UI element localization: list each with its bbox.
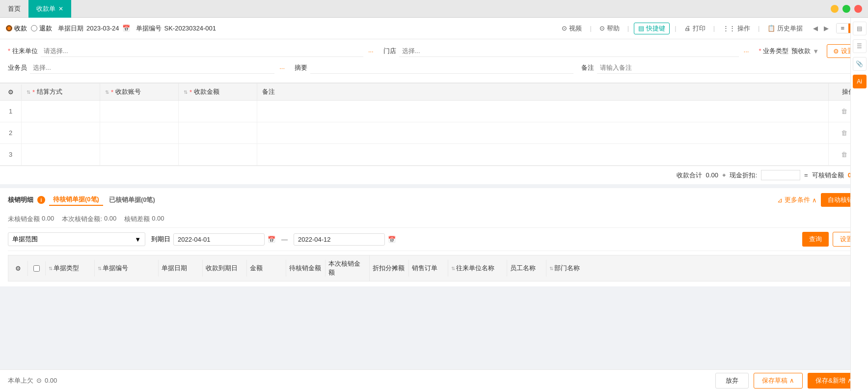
radio-receive[interactable]: 收款 [6,24,27,33]
row-2-delete-icon[interactable]: 🗑 [841,129,847,137]
calendar-icon[interactable]: 📅 [122,25,130,32]
shortcut-icon: ▤ [638,25,644,32]
staff-input[interactable] [30,62,274,74]
range-chevron-down: ▼ [135,236,141,243]
lcol-pending: 待核销金额 [286,260,326,277]
doc-num-field: 单据编号 SK-20230324-001 [136,24,217,33]
biz-type-field: * 业务类型 预收款 ▼ [759,47,819,56]
lcol-settings[interactable]: ⚙ [8,261,28,276]
history-icon: 📋 [767,25,775,32]
draft-btn[interactable]: 保存草稿 ∧ [754,373,803,389]
form-area: * 往来单位 ··· 门店 ··· * 业务类型 预收款 ▼ ⚙ 设置 业务员 … [0,39,868,83]
receipt-type-group: 收款 退款 [6,24,52,33]
col-settings[interactable]: ⚙ [0,84,22,100]
filter-icon: ⊿ [777,196,783,204]
lcol-staff: 员工名称 [507,260,546,277]
discount-input[interactable] [761,170,800,180]
lcol-amount: 金额 [247,260,286,277]
range-select[interactable]: 单据范围 ▼ [8,232,145,246]
select-all-checkbox[interactable] [33,265,40,272]
query-btn[interactable]: 查询 [802,232,829,247]
window-close[interactable] [854,5,862,13]
remark-field: 备注 [581,62,860,74]
window-maximize[interactable] [842,5,850,13]
row-3-delete-icon[interactable]: 🗑 [841,151,847,158]
staff-more-btn[interactable]: ··· [277,64,287,72]
tab-pending-verify[interactable]: 待核销单据(0笔) [49,194,103,206]
nav-next[interactable]: ▶ [821,24,831,33]
tab-done-verify[interactable]: 已核销单据(0笔) [105,195,159,205]
right-panel-attach-icon[interactable]: 📎 [853,57,867,71]
verify-info-icon[interactable]: i [37,196,45,204]
tab-close-icon[interactable]: ✕ [58,0,63,18]
discard-btn[interactable]: 放弃 [715,373,749,389]
partner-field: * 往来单位 ··· [8,45,376,57]
doc-date-value: 2023-03-24 [86,25,119,32]
row-3-amount[interactable] [179,144,257,165]
remark-input[interactable] [597,62,860,74]
partner-input[interactable] [41,45,363,57]
tab-receipt[interactable]: 收款单 ✕ [28,0,71,18]
tab-bar: 首页 收款单 ✕ [0,0,868,18]
verify-title-row: 核销明细 i 待核销单据(0笔) 已核销单据(0笔) [8,194,159,206]
footer-right: 放弃 保存草稿 ∧ 保存&新增 ∧ [715,373,860,389]
lcol-num: ⇅ 单据编号 [95,260,159,277]
total-value: 0.00 [706,171,718,179]
history-btn[interactable]: 📋 历史单据 [764,23,806,34]
row-2-amount[interactable] [179,122,257,143]
row-1-delete-icon[interactable]: 🗑 [841,108,847,115]
plus-sign: + [722,171,726,179]
per-order-value: 0.00 [45,377,57,384]
date-from-input[interactable] [173,233,265,246]
row-1-method[interactable] [22,101,100,122]
lower-table-header: ⚙ ⇅ 单据类型 ⇅ 单据编号 单据日期 收款到期日 金额 待核销金额 本次核销… [8,255,860,281]
store-more-btn[interactable]: ··· [742,48,751,55]
lcol-check[interactable] [28,261,46,276]
partner-more-btn[interactable]: ··· [366,48,376,55]
date-to-input[interactable] [294,233,385,246]
window-minimize[interactable] [831,5,839,13]
row-1-remark[interactable] [257,101,829,122]
operation-btn[interactable]: ⋮⋮ 操作 [720,23,753,34]
store-input[interactable] [399,45,739,57]
due-date-from-field: 到期日 📅 [151,233,275,246]
table-row: 3 🗑 ⊞ [0,144,868,166]
form-row-2: 业务员 ··· 摘要 备注 [8,62,860,74]
video-btn[interactable]: ⊙ 视频 [559,23,585,34]
tab-home[interactable]: 首页 [0,0,28,18]
summary-row: 收款合计 0.00 + 现金折扣: = 可核销金额 0.00 [0,166,868,184]
right-panel-ai-icon[interactable]: Ai [853,75,867,88]
row-2-account[interactable] [100,122,179,143]
discount-label: 现金折扣: [730,171,757,180]
right-panel-table-icon[interactable]: ▤ [853,22,867,35]
lcol-recdate: 收款到期日 [203,260,247,277]
row-1-amount[interactable] [179,101,257,122]
table-row: 1 🗑 ⊞ [0,101,868,122]
row-2-remark[interactable] [257,122,829,143]
view-list[interactable]: ≡ [837,24,848,33]
help-icon: ⊙ [599,25,605,32]
summary-field: 摘要 [295,62,573,74]
biz-type-select[interactable]: 预收款 ▼ [791,47,819,56]
doc-date-field: 单据日期 2023-03-24 📅 [58,24,130,33]
lcol-current: 本次核销金额 [326,255,370,281]
nav-prev[interactable]: ◀ [811,24,820,33]
date-from-calendar-icon[interactable]: 📅 [268,236,275,243]
row-3-account[interactable] [100,144,179,165]
footer-info: 本单上欠 ⊙ 0.00 [8,376,57,385]
row-3-method[interactable] [22,144,100,165]
date-to-calendar-icon[interactable]: 📅 [388,236,396,243]
lcol-company: ⇅ 往来单位名称 [448,260,507,277]
help-btn[interactable]: ⊙ 帮助 [597,23,623,34]
verify-filter: ⊿ 更多条件 ∧ 自动核销 [777,193,860,207]
right-panel-list-icon[interactable]: ☰ [853,39,867,53]
print-btn[interactable]: 🖨 打印 [681,23,708,34]
row-1-account[interactable] [100,101,179,122]
radio-refund[interactable]: 退款 [31,24,52,33]
window-controls [831,5,868,13]
more-conditions-btn[interactable]: ⊿ 更多条件 ∧ [777,196,817,204]
summary-input[interactable] [310,62,573,74]
row-3-remark[interactable] [257,144,829,165]
shortcut-btn[interactable]: ▤ 快捷键 [634,23,670,34]
row-2-method[interactable] [22,122,100,143]
